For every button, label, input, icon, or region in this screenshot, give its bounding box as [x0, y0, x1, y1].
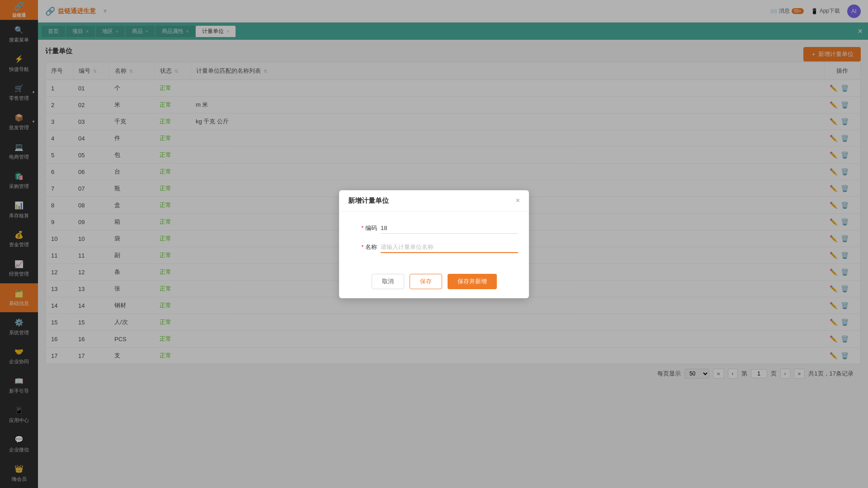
form-row-code: 编码	[350, 223, 518, 234]
modal-title: 新增计量单位	[348, 197, 389, 205]
form-row-name: 名称	[350, 242, 518, 253]
modal-cancel-button[interactable]: 取消	[372, 274, 404, 289]
add-unit-modal: 新增计量单位 × 编码 名称 取消 保存 保存并新增	[339, 190, 529, 298]
modal-body: 编码 名称	[339, 212, 529, 268]
modal-save-button[interactable]: 保存	[410, 274, 442, 289]
form-input-name[interactable]	[381, 242, 518, 253]
form-label-name: 名称	[350, 243, 377, 251]
modal-footer: 取消 保存 保存并新增	[339, 268, 529, 298]
modal-header: 新增计量单位 ×	[339, 190, 529, 212]
modal-close-button[interactable]: ×	[516, 197, 520, 205]
modal-overlay: 新增计量单位 × 编码 名称 取消 保存 保存并新增	[0, 0, 868, 488]
modal-save-new-button[interactable]: 保存并新增	[448, 274, 497, 289]
form-input-code[interactable]	[381, 223, 518, 234]
form-label-code: 编码	[350, 224, 377, 232]
